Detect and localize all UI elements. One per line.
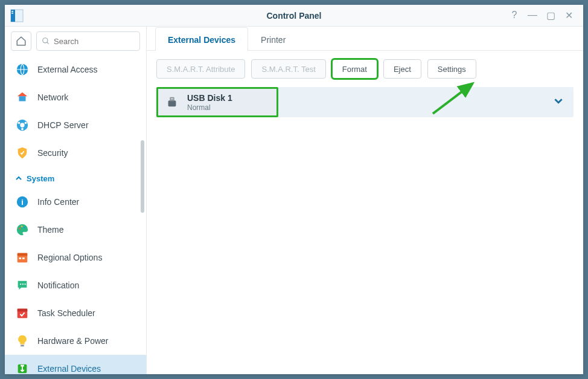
sidebar-item-theme[interactable]: Theme (5, 216, 146, 244)
device-list: USB Disk 1 Normal (147, 87, 583, 117)
sidebar-item-task-scheduler[interactable]: Task Scheduler (5, 299, 146, 327)
info-icon: i (16, 195, 29, 209)
section-label: System (27, 174, 54, 183)
control-panel-window: Control Panel ? — ▢ ✕ Ex (5, 5, 583, 374)
svg-line-5 (47, 42, 49, 44)
help-icon[interactable]: ? (510, 10, 519, 21)
window-controls: ? — ▢ ✕ (510, 10, 583, 21)
home-button[interactable] (11, 31, 31, 51)
usb-disk-icon (165, 96, 179, 109)
sidebar-nav: External Access Network DHCP Server Secu… (5, 56, 146, 374)
minimize-icon[interactable]: — (528, 10, 537, 21)
smart-test-button: S.M.A.R.T. Test (251, 59, 325, 79)
sidebar-item-label: External Access (37, 65, 98, 74)
sidebar-item-hardware-power[interactable]: Hardware & Power (5, 327, 146, 355)
sidebar-item-label: Hardware & Power (37, 336, 109, 346)
chat-icon (16, 279, 29, 292)
sidebar-item-label: Info Center (37, 197, 79, 207)
sidebar-item-external-devices[interactable]: External Devices (5, 355, 146, 374)
close-icon[interactable]: ✕ (564, 10, 574, 21)
svg-point-12 (21, 128, 24, 131)
svg-rect-33 (172, 99, 173, 100)
svg-point-15 (19, 228, 21, 230)
sidebar-item-notification[interactable]: Notification (5, 271, 146, 299)
svg-point-23 (22, 283, 24, 285)
svg-rect-27 (21, 345, 24, 346)
scrollbar-thumb[interactable] (141, 140, 144, 213)
svg-point-16 (21, 225, 23, 227)
settings-button[interactable]: Settings (427, 59, 476, 79)
svg-point-10 (18, 122, 21, 125)
svg-point-22 (20, 283, 21, 285)
svg-rect-7 (19, 96, 26, 101)
sidebar-item-label: DHCP Server (37, 120, 89, 130)
app-icon (8, 7, 25, 24)
svg-point-11 (25, 122, 27, 125)
maximize-icon[interactable]: ▢ (546, 10, 555, 21)
network-icon (16, 91, 29, 104)
device-row[interactable]: USB Disk 1 Normal (156, 87, 278, 117)
sidebar-item-label: External Devices (37, 364, 101, 374)
palette-icon (16, 223, 29, 236)
search-input[interactable] (54, 37, 135, 46)
calendar-icon (16, 251, 29, 264)
dhcp-icon (16, 118, 29, 132)
shield-icon (16, 146, 29, 160)
chevron-up-icon (16, 174, 22, 183)
device-info: USB Disk 1 Normal (187, 93, 232, 112)
svg-point-9 (20, 123, 24, 127)
svg-rect-29 (21, 365, 24, 367)
schedule-icon (16, 306, 29, 320)
globe-icon (16, 63, 29, 76)
svg-point-17 (24, 227, 25, 228)
svg-rect-21 (22, 258, 25, 259)
sidebar-item-external-access[interactable]: External Access (5, 56, 146, 83)
svg-rect-26 (18, 309, 28, 312)
tab-printer[interactable]: Printer (248, 27, 298, 51)
sidebar-item-security[interactable]: Security (5, 139, 146, 167)
sidebar-item-label: Notification (37, 280, 79, 290)
usb-device-icon (16, 362, 29, 374)
svg-rect-32 (171, 99, 171, 100)
sidebar-item-info-center[interactable]: i Info Center (5, 188, 146, 216)
sidebar-section-system[interactable]: System (5, 167, 146, 188)
sidebar-item-regional[interactable]: Regional Options (5, 244, 146, 271)
sidebar-item-label: Task Scheduler (37, 308, 95, 318)
main-panel: External Devices Printer S.M.A.R.T. Attr… (147, 27, 583, 374)
sidebar-item-dhcp[interactable]: DHCP Server (5, 111, 146, 139)
device-status: Normal (187, 103, 232, 112)
svg-point-4 (43, 38, 48, 43)
bulb-icon (16, 334, 29, 348)
sidebar-item-label: Regional Options (37, 253, 102, 262)
device-name: USB Disk 1 (187, 93, 232, 103)
sidebar-item-label: Security (37, 148, 68, 158)
window-body: External Access Network DHCP Server Secu… (5, 27, 583, 374)
chevron-down-icon[interactable] (554, 97, 563, 108)
eject-button[interactable]: Eject (383, 59, 421, 79)
search-field[interactable] (36, 31, 140, 51)
svg-text:i: i (21, 198, 24, 207)
window-title: Control Panel (5, 11, 583, 21)
svg-rect-2 (11, 11, 13, 12)
sidebar-item-label: Network (37, 92, 68, 102)
sidebar: External Access Network DHCP Server Secu… (5, 27, 147, 374)
svg-rect-31 (170, 97, 174, 101)
tab-bar: External Devices Printer (147, 27, 583, 51)
sidebar-toolbar (5, 27, 146, 56)
sidebar-item-label: Theme (37, 225, 64, 235)
svg-rect-30 (168, 100, 176, 106)
titlebar: Control Panel ? — ▢ ✕ (5, 5, 583, 27)
svg-rect-20 (19, 258, 22, 259)
toolbar: S.M.A.R.T. Attribute S.M.A.R.T. Test For… (147, 51, 583, 87)
tab-external-devices[interactable]: External Devices (155, 27, 248, 51)
smart-attribute-button: S.M.A.R.T. Attribute (156, 59, 245, 79)
sidebar-item-network[interactable]: Network (5, 83, 146, 111)
svg-rect-3 (11, 13, 13, 14)
format-button[interactable]: Format (332, 59, 377, 79)
svg-point-24 (24, 283, 25, 285)
svg-rect-19 (18, 253, 28, 256)
